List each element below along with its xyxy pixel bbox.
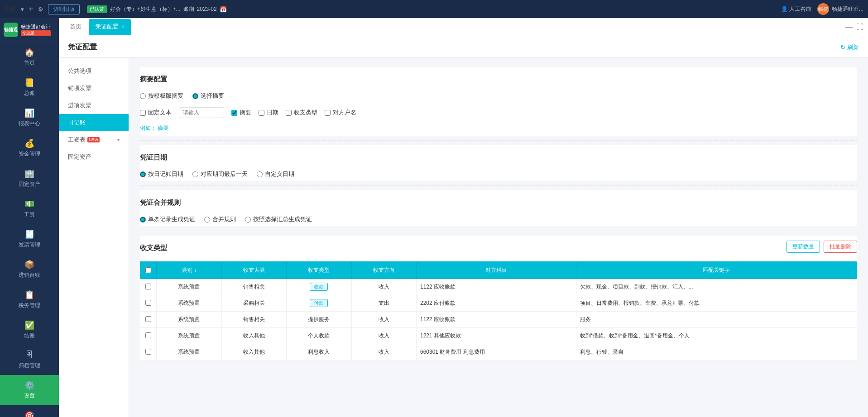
- row-checkbox[interactable]: [145, 332, 151, 338]
- sidebar-item-ledger[interactable]: 📒 总账: [0, 72, 59, 103]
- left-nav-purchase-invoice[interactable]: 进项发票: [59, 97, 129, 114]
- tab-home[interactable]: 首页: [63, 19, 88, 35]
- top-bar-plus[interactable]: +: [29, 5, 34, 14]
- divider-3: [140, 231, 857, 231]
- sidebar-item-finance[interactable]: 💰 资金管理: [0, 133, 59, 163]
- col-main-type: 收支大类: [221, 262, 287, 279]
- help-button[interactable]: 👤 人工咨询: [781, 5, 811, 13]
- sidebar-item-reports[interactable]: 📊 报表中心: [0, 103, 59, 133]
- row-subject-2: 1122 应收账款: [417, 312, 576, 328]
- top-bar-gear[interactable]: ⚙: [38, 6, 43, 13]
- period-label: 账期: [183, 5, 194, 13]
- calendar-icon[interactable]: 📅: [220, 6, 227, 13]
- sidebar-item-close[interactable]: ✅ 结账: [0, 315, 59, 345]
- col-category[interactable]: 类别 ↓: [157, 262, 222, 279]
- checkbox-fixed-text[interactable]: 固定文本: [140, 109, 172, 117]
- row-keywords-0: 欠款、现金、项目款、到款、报销款、汇入、...: [576, 279, 857, 295]
- row-checkbox[interactable]: [145, 349, 151, 355]
- table-row: 系统预置 销售相关 提供服务 收入 1122 应收账款 服务: [140, 312, 857, 328]
- radio-diary-date[interactable]: 按日记账日期: [140, 170, 183, 178]
- row-subject-0: 1122 应收账款: [417, 279, 576, 295]
- sidebar-item-tax[interactable]: 📋 税务管理: [0, 284, 59, 315]
- left-nav-fixed-assets[interactable]: 固定资产: [59, 148, 129, 166]
- row-checkbox[interactable]: [145, 284, 151, 289]
- radio-template[interactable]: 按模板版摘要: [140, 92, 183, 100]
- assets-icon: 🏢: [24, 169, 34, 179]
- tab-voucher-config[interactable]: 凭证配置 ×: [89, 19, 131, 35]
- row-direction-4: 收入: [351, 344, 417, 360]
- tab-minimize-icon[interactable]: —: [845, 23, 853, 31]
- sidebar-item-home[interactable]: 🏠 首页: [0, 42, 59, 72]
- radio-summary[interactable]: 按照选择汇总生成凭证: [245, 215, 312, 223]
- type-badge-0[interactable]: 收款: [310, 283, 328, 291]
- checkbox-type[interactable]: 收支类型: [286, 109, 317, 117]
- table-actions: 更新数量 批量删除: [786, 241, 857, 253]
- fixed-text-input[interactable]: [179, 107, 224, 118]
- checkbox-date[interactable]: 日期: [259, 109, 278, 117]
- left-nav-payroll[interactable]: 工资表 NEW ▾: [59, 131, 129, 148]
- table-row: 系统预置 采购相关 付款 支出 2202 应付账款 项目、日常费用、报销款、车费…: [140, 295, 857, 312]
- type-badge-1[interactable]: 付款: [310, 299, 328, 307]
- logo-text-area: 畅捷通好会计 专业版: [21, 24, 51, 36]
- refresh-button[interactable]: ↻ 刷新: [840, 43, 859, 57]
- close-period-icon: ✅: [24, 320, 34, 330]
- tab-bar: 首页 凭证配置 × — ⛶: [59, 18, 868, 36]
- divider-2: [140, 185, 857, 186]
- row-keywords-4: 利息、行转、录自: [576, 344, 857, 360]
- home-icon: 🏠: [24, 47, 34, 57]
- income-expense-section: 收支类型 更新数量 批量删除: [140, 236, 857, 360]
- income-expense-table: 类别 ↓ 收支大类 收支类型 收支方向: [140, 261, 857, 360]
- left-nav-public[interactable]: 公共选项: [59, 62, 129, 80]
- col-keywords: 匹配关键字: [576, 262, 857, 279]
- top-bar-arrow[interactable]: ▾: [21, 6, 24, 13]
- logo-text: 畅捷通好会计: [21, 24, 51, 30]
- checkbox-counterparty[interactable]: 对方户名: [325, 109, 356, 117]
- radio-custom-date[interactable]: 自定义日期: [257, 170, 294, 178]
- avatar: 畅捷: [817, 3, 829, 15]
- checkbox-summary[interactable]: 摘要: [231, 109, 251, 117]
- radio-single[interactable]: 单条记录生成凭证: [140, 215, 195, 223]
- guide-icon: 🎯: [24, 411, 34, 417]
- row-checkbox[interactable]: [145, 300, 151, 306]
- summary-radio-group: 按模板版摘要 选择摘要: [140, 89, 857, 103]
- sidebar-item-guide[interactable]: 🎯 新手引导: [0, 405, 59, 417]
- row-checkbox[interactable]: [145, 316, 151, 322]
- row-main-type-0: 销售相关: [221, 279, 287, 295]
- software-tags: 好会（专）+好生意（标）+...: [110, 5, 181, 13]
- inner-layout: 公共选项 销项发票 进项发票 日记账 工资表 NEW ▾ 固定资产: [59, 58, 868, 417]
- update-count-button[interactable]: 更新数量: [786, 241, 820, 253]
- col-checkbox: [140, 262, 157, 279]
- certified-tag: 已认证: [87, 5, 107, 13]
- left-nav-diary[interactable]: 日记账: [59, 114, 129, 131]
- radio-period-last[interactable]: 对应期间最后一天: [192, 170, 248, 178]
- sidebar-item-home-label: 首页: [24, 59, 35, 67]
- select-all-checkbox[interactable]: [145, 267, 151, 273]
- logo-icon: 畅捷通: [4, 23, 18, 37]
- page-header: 凭证配置 ↻ 刷新: [59, 36, 868, 58]
- sidebar-item-invoice[interactable]: 🧾 发票管理: [0, 224, 59, 254]
- table-row: 系统预置 收入其他 个人收款 收入 1221 其他应收款 收到*借款、收到*备用…: [140, 328, 857, 344]
- content-area: 首页 凭证配置 × — ⛶ 凭证配置 ↻ 刷新 公共选项: [59, 18, 868, 417]
- tab-expand-icon[interactable]: ⛶: [856, 23, 863, 31]
- switch-version-button[interactable]: 切到旧版: [48, 4, 80, 14]
- sidebar-item-stock[interactable]: 📦 进销台账: [0, 254, 59, 284]
- sidebar-item-archive[interactable]: 🗄 归档管理: [0, 345, 59, 375]
- voucher-date-section: 凭证日期 按日记账日期 对应期间最后一天 自定义日期: [140, 145, 857, 181]
- radio-select[interactable]: 选择摘要: [192, 92, 224, 100]
- batch-delete-button[interactable]: 批量删除: [824, 241, 857, 253]
- radio-merge[interactable]: 合并规则: [204, 215, 236, 223]
- row-category-1: 系统预置: [157, 295, 222, 312]
- left-nav: 公共选项 销项发票 进项发票 日记账 工资表 NEW ▾ 固定资产: [59, 58, 129, 417]
- sidebar-item-assets[interactable]: 🏢 固定资产: [0, 163, 59, 194]
- salary-icon: 💵: [24, 199, 34, 209]
- reports-icon: 📊: [24, 108, 34, 118]
- ledger-icon: 📒: [24, 78, 34, 88]
- row-subject-1: 2202 应付账款: [417, 295, 576, 312]
- period-value: 2023-02: [197, 6, 217, 12]
- sidebar-item-settings[interactable]: ⚙️ 设置: [0, 375, 59, 405]
- row-type-4: 利息收入: [287, 344, 352, 360]
- tab-close-icon[interactable]: ×: [121, 24, 125, 30]
- voucher-date-radio-group: 按日记账日期 对应期间最后一天 自定义日期: [140, 167, 857, 181]
- sidebar-item-salary[interactable]: 💵 工资: [0, 194, 59, 224]
- left-nav-sales-invoice[interactable]: 销项发票: [59, 80, 129, 97]
